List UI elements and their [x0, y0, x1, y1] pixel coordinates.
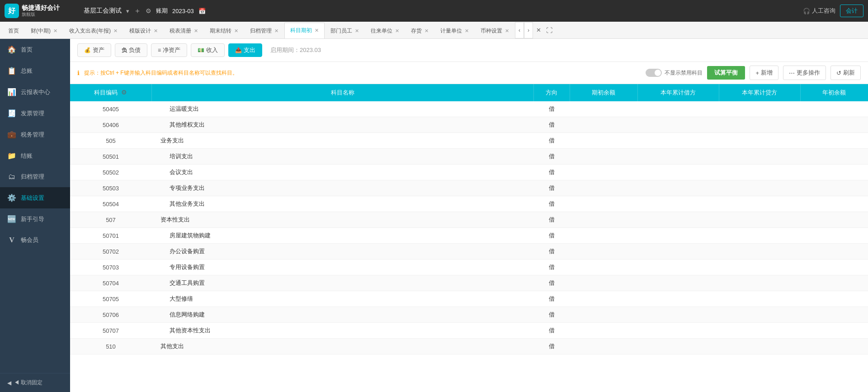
table-row[interactable]: 50706信息网络购建借 [70, 307, 868, 323]
header-right: 🎧 人工咨询 会计 [803, 5, 863, 17]
cell-dir: 借 [533, 212, 570, 228]
table-row[interactable]: 505业务支出借 [70, 133, 868, 149]
tab-income[interactable]: 收入支出表(年报) ✕ [63, 23, 123, 39]
cell-debit [637, 101, 719, 117]
tab-customer-close[interactable]: ✕ [395, 28, 399, 34]
table-row[interactable]: 50703专用设备购置借 [70, 260, 868, 275]
switch-control[interactable] [646, 69, 662, 77]
tab-dept-close[interactable]: ✕ [355, 28, 359, 34]
table-row[interactable]: 50702办公设备购置借 [70, 244, 868, 260]
tab-template-close[interactable]: ✕ [154, 28, 158, 34]
sub-tab-asset-label: 资产 [93, 46, 104, 54]
table-row[interactable]: 510其他支出借 [70, 339, 868, 354]
tax-icon: 💼 [7, 130, 16, 139]
table-row[interactable]: 50707其他资本性支出借 [70, 323, 868, 339]
tab-close-all-button[interactable]: ✕ [533, 25, 544, 36]
sidebar-item-close[interactable]: 📁 结账 [0, 145, 70, 166]
calendar-icon[interactable]: 📅 [198, 8, 206, 14]
support-button[interactable]: 🎧 人工咨询 [803, 7, 835, 15]
sub-tab-equity[interactable]: ≡ 净资产 [151, 43, 187, 57]
tab-currency-close[interactable]: ✕ [505, 28, 509, 34]
tab-unit-close[interactable]: ✕ [465, 28, 469, 34]
cell-code: 50701 [70, 228, 151, 244]
table-row[interactable]: 507资本性支出借 [70, 212, 868, 228]
sub-tab-asset[interactable]: 💰 资产 [77, 43, 111, 57]
table-row[interactable]: 50503专项业务支出借 [70, 180, 868, 196]
sidebar-item-ledger[interactable]: 📋 总账 [0, 60, 70, 81]
table-row[interactable]: 50501培训支出借 [70, 149, 868, 165]
table-row[interactable]: 50405运温暖支出借 [70, 101, 868, 117]
cell-name: 房屋建筑物购建 [151, 228, 533, 244]
tab-unit[interactable]: 计量单位 ✕ [434, 23, 475, 39]
app-edition: 旗舰版 [22, 11, 60, 18]
tab-tax[interactable]: 税表清册 ✕ [164, 23, 204, 39]
refresh-button[interactable]: ↺ 刷新 [830, 66, 861, 80]
col-header-year: 年初余额 [800, 84, 868, 101]
sub-tab-expense[interactable]: 📤 支出 [228, 43, 262, 57]
tab-subject-init[interactable]: 科目期初 ✕ [284, 23, 325, 39]
sidebar-item-guide[interactable]: 🆕 新手引导 [0, 208, 70, 230]
add-tab-button[interactable]: ＋ [134, 6, 141, 16]
cell-init [570, 212, 637, 228]
sidebar-item-archive[interactable]: 🗂 归档管理 [0, 166, 70, 187]
add-button[interactable]: + 新增 [750, 66, 778, 80]
company-dropdown-icon[interactable]: ▾ [126, 8, 129, 14]
tab-inventory-close[interactable]: ✕ [425, 28, 429, 34]
close-book-icon: 📁 [7, 151, 16, 160]
sidebar-item-invoice-label: 发票管理 [21, 109, 44, 118]
table-row[interactable]: 50704交通工具购置借 [70, 275, 868, 291]
sidebar-item-tax[interactable]: 💼 税务管理 [0, 124, 70, 145]
tab-currency[interactable]: 币种设置 ✕ [475, 23, 515, 39]
cell-init [570, 117, 637, 133]
accounts-table: 科目编码 ⚙ 科目名称 方向 期初余额 本年累计借方 本年累计贷方 年初余额 5… [70, 84, 868, 354]
sidebar-item-settings[interactable]: ⚙️ 基础设置 [0, 187, 70, 208]
tab-subject-init-close[interactable]: ✕ [315, 28, 319, 33]
tab-next-button[interactable]: › [524, 22, 533, 38]
settings-icon[interactable]: ⚙ [146, 7, 151, 14]
sub-tab-liability[interactable]: 负 负债 [115, 43, 147, 57]
col-header-dir: 方向 [533, 84, 570, 101]
sidebar-item-home[interactable]: 🏠 首页 [0, 39, 70, 60]
tab-income-close[interactable]: ✕ [113, 28, 118, 34]
sidebar-item-invoice[interactable]: 🧾 发票管理 [0, 103, 70, 124]
tab-template[interactable]: 模版设计 ✕ [123, 23, 164, 39]
tab-prev-button[interactable]: ‹ [515, 22, 524, 38]
tab-archive-close[interactable]: ✕ [274, 28, 278, 34]
toggle-disabled-switch[interactable]: 不显示禁用科目 [646, 69, 703, 77]
sidebar-collapse-button[interactable]: ◀ ◀ 取消固定 [0, 373, 70, 392]
sidebar-item-reports[interactable]: 📊 云报表中心 [0, 81, 70, 103]
tab-period-end-close[interactable]: ✕ [234, 28, 238, 34]
tab-interim-close[interactable]: ✕ [53, 28, 57, 34]
tab-home[interactable]: 首页 [2, 23, 25, 39]
account-button[interactable]: 会计 [840, 5, 863, 17]
tab-customer[interactable]: 往来单位 ✕ [365, 23, 405, 39]
col-settings-icon[interactable]: ⚙ [121, 89, 127, 96]
table-row[interactable]: 50502会议支出借 [70, 165, 868, 180]
more-button[interactable]: ⋯ 更多操作 [783, 66, 826, 80]
table-row[interactable]: 50705大型修缮借 [70, 291, 868, 307]
guide-icon: 🆕 [7, 215, 16, 223]
hint-text: 提示：按Ctrl + F键并输入科目编码或者科目名称可以查找科目。 [84, 69, 641, 77]
cell-debit [637, 180, 719, 196]
period-value: 2023-03 [172, 8, 194, 14]
income-icon: 💵 [198, 47, 204, 53]
tab-period-end[interactable]: 期末结转 ✕ [204, 23, 244, 39]
tab-inventory-label: 存货 [411, 27, 422, 35]
settings-sidebar-icon: ⚙️ [7, 194, 16, 202]
tab-tax-close[interactable]: ✕ [194, 28, 198, 34]
table-row[interactable]: 50701房屋建筑物购建借 [70, 228, 868, 244]
table-row[interactable]: 50504其他业务支出借 [70, 196, 868, 212]
sidebar-item-member[interactable]: V 畅会员 [0, 230, 70, 250]
sub-tab-income[interactable]: 💵 收入 [191, 43, 225, 57]
cell-debit [637, 244, 719, 260]
logo-area: 好 畅捷通好会计 旗舰版 [5, 4, 75, 18]
tab-archive[interactable]: 归档管理 ✕ [244, 23, 284, 39]
tab-inventory[interactable]: 存货 ✕ [405, 23, 434, 39]
balance-button[interactable]: 试算平衡 [707, 66, 745, 80]
tab-interim[interactable]: 财(中期) ✕ [25, 23, 63, 39]
cell-dir: 借 [533, 275, 570, 291]
cell-init [570, 149, 637, 165]
tab-dept[interactable]: 部门员工 ✕ [325, 23, 365, 39]
tab-expand-button[interactable]: ⛶ [544, 25, 555, 36]
table-row[interactable]: 50406其他维权支出借 [70, 117, 868, 133]
